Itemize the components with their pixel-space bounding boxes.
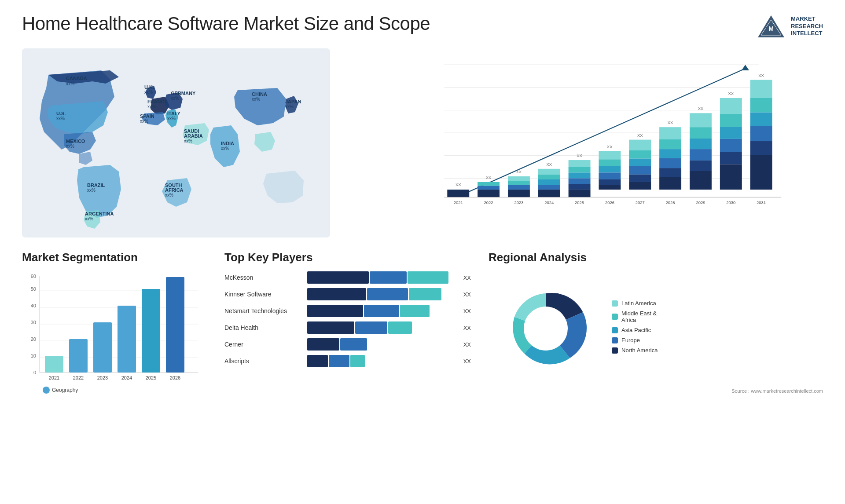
seg-bar-2023 [93, 322, 112, 373]
bar-2025-seg5 [569, 160, 591, 167]
x-label-2027: 2027 [636, 200, 645, 205]
svg-text:xx%: xx% [85, 216, 93, 221]
x-label-2024: 2024 [544, 200, 554, 205]
legend-dot-europe [612, 337, 618, 343]
bar-2030-seg5 [720, 98, 742, 114]
svg-text:XX: XX [728, 91, 734, 96]
bar-2031-seg1 [750, 155, 772, 190]
page: Home Healthcare Software Market Size and… [0, 0, 845, 504]
player-row-mckesson: McKesson XX [224, 271, 471, 284]
country-label-china: CHINA [252, 91, 267, 97]
svg-text:10: 10 [31, 353, 36, 358]
svg-text:Geography: Geography [52, 387, 78, 393]
country-label-mexico: MEXICO [66, 139, 85, 144]
bar-2029-seg1b [690, 161, 712, 171]
bottom-section: Market Segmentation 0 10 20 30 40 50 60 [22, 251, 823, 394]
bar-2026-seg3 [599, 166, 621, 173]
bar-chart-container: XX XX XX XX [343, 48, 823, 237]
bar-2028-seg3 [659, 149, 681, 158]
bar-2022-seg1 [478, 190, 500, 197]
bar-2031-seg5 [750, 80, 772, 98]
legend-label-latin-america: Latin America [621, 300, 656, 307]
country-label-uk: U.K. [144, 84, 154, 90]
bar-2029-seg5 [690, 113, 712, 127]
world-map: CANADA xx% U.S. xx% MEXICO xx% BRAZIL xx… [22, 48, 330, 237]
legend-label-mea: Middle East &Africa [621, 310, 657, 323]
country-label-india: INDIA [221, 141, 234, 146]
legend-latin-america: Latin America [612, 300, 658, 307]
legend-north-america: North America [612, 347, 658, 354]
svg-text:xx%: xx% [221, 146, 229, 151]
country-label-canada: CANADA [66, 76, 87, 81]
country-label-us: U.S. [56, 111, 66, 116]
legend-label-europe: Europe [621, 337, 640, 343]
svg-text:2021: 2021 [49, 375, 59, 380]
bar-2029-seg3 [690, 139, 712, 149]
svg-text:AFRICA: AFRICA [165, 187, 184, 193]
map-container: CANADA xx% U.S. xx% MEXICO xx% BRAZIL xx… [22, 48, 330, 237]
svg-text:xx%: xx% [147, 104, 156, 109]
bar-2024-seg2b [538, 179, 560, 185]
player-bar-allscripts [307, 355, 454, 367]
bar-2026-seg1b [599, 179, 621, 185]
segmentation-svg: 0 10 20 30 40 50 60 [22, 271, 207, 394]
svg-text:xx%: xx% [56, 116, 65, 121]
svg-text:XX: XX [607, 144, 613, 149]
svg-text:xx%: xx% [167, 116, 176, 121]
x-label-2022: 2022 [484, 200, 493, 205]
bar-2031-seg4 [750, 98, 772, 113]
country-label-spain: SPAIN [140, 113, 154, 119]
svg-text:2026: 2026 [170, 375, 180, 380]
svg-text:20: 20 [31, 336, 36, 342]
bar-2029-seg4 [690, 127, 712, 139]
country-label-italy: ITALY [167, 111, 181, 116]
x-label-2021: 2021 [454, 200, 463, 205]
legend-label-north-america: North America [621, 347, 658, 354]
seg-bar-2024 [118, 306, 136, 373]
svg-text:0: 0 [33, 370, 36, 375]
svg-text:40: 40 [31, 303, 36, 308]
player-row-cerner: Cerner XX [224, 338, 471, 351]
player-value-cerner: XX [458, 341, 471, 348]
svg-text:xx%: xx% [66, 81, 74, 86]
bar-2028-seg1 [659, 177, 681, 190]
bar-2027-seg1b [629, 175, 651, 182]
bar-2026-seg1 [599, 185, 621, 190]
player-bar-delta [307, 321, 454, 334]
legend-europe: Europe [612, 337, 658, 343]
logo-icon: M [756, 13, 786, 40]
bar-2027-seg1 [629, 182, 651, 190]
player-value-allscripts: XX [458, 358, 471, 365]
bar-2023-seg3 [508, 181, 530, 185]
x-label-2030: 2030 [726, 200, 735, 205]
bar-2025-seg1b [569, 184, 591, 190]
svg-marker-27 [742, 65, 749, 70]
x-label-2025: 2025 [575, 200, 584, 205]
seg-chart-container: 0 10 20 30 40 50 60 [22, 271, 207, 386]
bar-2023-seg4 [508, 176, 530, 181]
country-label-germany: GERMANY [171, 91, 196, 96]
bar-2030-seg1b [720, 152, 742, 164]
bar-2029-seg1 [690, 171, 712, 190]
player-bar-netsmart [307, 305, 454, 317]
svg-text:xx%: xx% [184, 139, 192, 143]
svg-text:xx%: xx% [87, 188, 96, 193]
bar-2028-seg4 [659, 139, 681, 149]
bar-2025-seg1 [569, 190, 591, 197]
player-row-netsmart: Netsmart Technologies XX [224, 305, 471, 317]
legend-mea: Middle East &Africa [612, 310, 658, 323]
svg-text:xx%: xx% [144, 90, 153, 95]
player-name-delta: Delta Health [224, 324, 304, 331]
svg-text:xx%: xx% [165, 193, 173, 197]
logo-text: MARKET RESEARCH INTELLECT [791, 15, 823, 38]
country-label-brazil: BRAZIL [87, 183, 105, 188]
svg-point-60 [43, 387, 50, 394]
bar-2028-seg5 [659, 127, 681, 139]
svg-text:xx%: xx% [66, 144, 74, 149]
segmentation-title: Market Segmentation [22, 251, 207, 264]
legend-dot-mea [612, 314, 618, 320]
player-value-delta: XX [458, 325, 471, 331]
bar-2027-seg3 [629, 159, 651, 166]
svg-text:XX: XX [516, 169, 522, 174]
bar-2029-seg2 [690, 149, 712, 161]
